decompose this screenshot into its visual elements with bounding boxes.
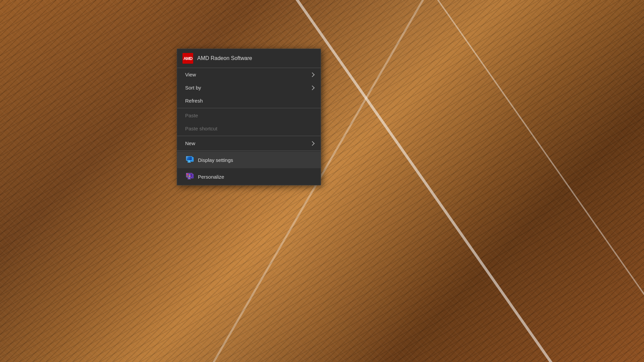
- svg-rect-4: [189, 161, 190, 162]
- menu-item-paste-shortcut[interactable]: Paste shortcut: [177, 122, 321, 135]
- svg-rect-15: [187, 179, 191, 179]
- chevron-right-icon: [310, 141, 315, 145]
- menu-item-sort-by-label: Sort by: [185, 85, 311, 90]
- display-settings-icon: [185, 155, 195, 165]
- context-menu-header: AMD AMD Radeon Software: [177, 49, 321, 68]
- menu-item-view-label: View: [185, 72, 311, 77]
- menu-separator-2: [177, 136, 321, 136]
- menu-item-view[interactable]: View: [177, 68, 321, 81]
- menu-item-refresh[interactable]: Refresh: [177, 94, 321, 107]
- menu-item-new-label: New: [185, 140, 311, 146]
- personalize-icon: [185, 172, 195, 181]
- menu-item-refresh-label: Refresh: [185, 98, 314, 104]
- menu-item-paste[interactable]: Paste: [177, 109, 321, 122]
- amd-icon: AMD: [182, 53, 193, 64]
- svg-rect-3: [186, 157, 192, 160]
- svg-rect-13: [189, 176, 191, 177]
- menu-item-sort-by[interactable]: Sort by: [177, 81, 321, 94]
- menu-separator-3: [177, 150, 321, 151]
- svg-rect-11: [189, 174, 191, 175]
- svg-rect-12: [187, 176, 189, 177]
- menu-separator-1: [177, 108, 321, 108]
- context-menu-title: AMD Radeon Software: [197, 55, 252, 61]
- menu-item-new[interactable]: New: [177, 137, 321, 150]
- menu-item-paste-shortcut-label: Paste shortcut: [185, 126, 314, 131]
- wood-texture: [0, 0, 644, 362]
- menu-item-personalize-label: Personalize: [198, 174, 314, 180]
- menu-item-personalize[interactable]: Personalize: [177, 168, 321, 185]
- menu-item-display-settings-label: Display settings: [198, 157, 314, 163]
- chevron-right-icon: [310, 85, 315, 90]
- svg-rect-14: [189, 177, 190, 179]
- menu-item-paste-label: Paste: [185, 113, 314, 118]
- chevron-right-icon: [310, 72, 315, 77]
- desktop-background: [0, 0, 644, 362]
- svg-rect-5: [187, 162, 191, 163]
- svg-rect-10: [187, 174, 189, 175]
- menu-item-display-settings[interactable]: Display settings: [177, 152, 321, 168]
- context-menu: AMD AMD Radeon Software View Sort by Ref…: [177, 49, 321, 185]
- amd-icon-text: AMD: [183, 56, 193, 61]
